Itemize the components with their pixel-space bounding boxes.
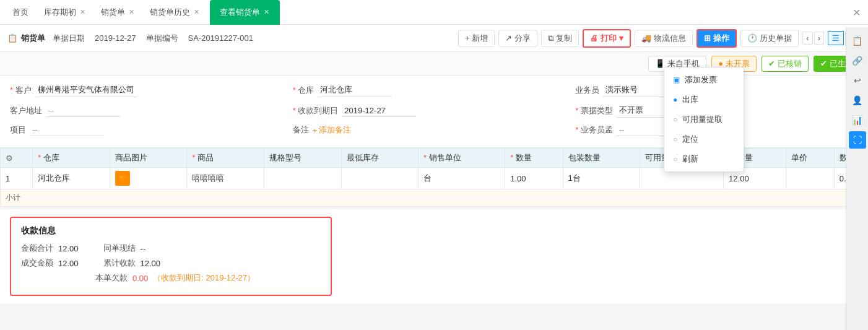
transaction-item: 成交金额 12.00 — [21, 258, 79, 269]
main-toolbar: 📋 销货单 单据日期 2019-12-27 单据编号 SA-20191227-0… — [0, 25, 868, 52]
add-remark-button[interactable]: + 添加备注 — [313, 124, 352, 136]
pack-qty-col-header: 包装数量 — [563, 149, 640, 168]
same-order-item: 同单现结 -- — [103, 243, 146, 254]
receipt-title: 收款信息 — [21, 225, 321, 237]
due-date-value[interactable]: 2019-12-27 — [342, 105, 416, 117]
number-value: SA-20191227-001 — [188, 33, 254, 43]
plus-icon: + — [313, 126, 318, 135]
project-field: 项目 -- — [10, 124, 293, 136]
overdue-value: 0.00 — [132, 274, 148, 283]
logistics-button[interactable]: 🚚 物流信息 — [635, 30, 693, 47]
share-icon: ↗ — [505, 33, 512, 43]
copy-button[interactable]: ⧉ 复制 — [541, 30, 579, 47]
row-spec-cell[interactable] — [264, 168, 341, 189]
sidebar-expand-icon[interactable]: ⛶ — [849, 131, 866, 149]
transaction-value: 12.00 — [58, 259, 79, 268]
circle-outline-icon: ○ — [673, 115, 677, 124]
next-button[interactable]: › — [814, 32, 824, 45]
unit-price-col-header: 单价 — [786, 149, 835, 168]
toolbar-left: 📋 销货单 单据日期 2019-12-27 单据编号 SA-20191227-0… — [7, 33, 454, 44]
refresh-item[interactable]: ○ 刷新 — [664, 149, 744, 169]
address-value[interactable]: -- — [46, 105, 120, 117]
check2-icon: ✔ — [820, 59, 827, 68]
list-view-button[interactable]: ☰ — [828, 31, 844, 45]
history-icon: 🕐 — [747, 33, 757, 43]
tab-home[interactable]: 首页 — [5, 0, 37, 25]
product-image: 🟠 — [115, 171, 130, 186]
close-icon[interactable]: ✕ — [80, 8, 85, 16]
close-icon[interactable]: ✕ — [264, 8, 269, 16]
product-col-header: 商品 — [187, 149, 264, 168]
sidebar-doc-icon[interactable]: 📋 — [849, 32, 866, 50]
ticket-type-label: 票据类型 — [575, 105, 613, 116]
sidebar-return-icon[interactable]: ↩ — [849, 72, 866, 89]
row-num-cell: 1 — [1, 168, 33, 189]
tab-sales-history[interactable]: 销货单历史 ✕ — [142, 0, 207, 25]
cumulative-label: 累计收款 — [103, 258, 136, 269]
copy-icon: ⧉ — [548, 33, 553, 43]
share-button[interactable]: ↗ 分享 — [498, 30, 537, 47]
circle-outline-icon3: ○ — [673, 155, 677, 163]
grid-icon: ⊞ — [704, 33, 711, 43]
customer-label: 客户 — [10, 85, 32, 96]
row-product-cell[interactable]: 嘻嘻嘻嘻 — [187, 168, 264, 189]
product-img-col-header: 商品图片 — [110, 149, 187, 168]
warehouse-col-header: 仓库 — [33, 149, 110, 168]
warehouse-label: 仓库 — [293, 85, 315, 96]
spec-col-header: 规格型号 — [264, 149, 341, 168]
sales-unit-col-header: 销售单位 — [419, 149, 505, 168]
bottom-area: 收款信息 金额合计 12.00 同单现结 -- 成交金额 12.00 累计收款 … — [0, 209, 868, 303]
locate-item[interactable]: ○ 定位 — [664, 129, 744, 149]
tab-inventory-init[interactable]: 库存期初 ✕ — [37, 0, 93, 25]
close-icon[interactable]: ✕ — [129, 8, 134, 16]
customer-value[interactable]: 柳州粤港平安气体有限公司 — [35, 83, 137, 97]
remark-field: 备注 + 添加备注 — [293, 124, 576, 136]
sidebar-user-icon[interactable]: 👤 — [849, 92, 866, 109]
new-button[interactable]: + 新增 — [458, 30, 495, 47]
print-button[interactable]: 🖨 打印 ▾ — [583, 29, 631, 48]
address-label: 客户地址 — [10, 105, 42, 116]
overdue-label: 本单欠款 — [95, 272, 128, 284]
tab-view-sales[interactable]: 查看销货单 ✕ — [210, 0, 280, 25]
row-sales-unit-cell[interactable]: 台 — [419, 168, 505, 189]
total-label: 金额合计 — [21, 243, 53, 254]
check-icon: ✔ — [768, 59, 775, 68]
sidebar-chart-icon[interactable]: 📊 — [849, 111, 866, 129]
ops-button[interactable]: ⊞ 操作 — [697, 29, 737, 48]
available-pickup-item[interactable]: ○ 可用量提取 — [664, 110, 744, 129]
confirmed-button[interactable]: ✔ 已核销 — [762, 56, 809, 72]
settings-col-header[interactable]: ⚙ — [1, 149, 33, 168]
same-order-value: -- — [141, 244, 146, 253]
doc-type-label: 销货单 — [21, 33, 45, 44]
close-icon[interactable]: ✕ — [194, 8, 199, 16]
row-min-stock-cell[interactable] — [341, 168, 419, 189]
add-invoice-item[interactable]: ▣ 添加发票 — [664, 70, 744, 90]
row-pack-qty-cell[interactable]: 1台 — [563, 168, 640, 189]
cumulative-value: 12.00 — [141, 259, 161, 268]
row-product-img-cell: 🟠 — [110, 168, 187, 189]
doc-meta: 单据日期 2019-12-27 单据编号 SA-20191227-001 — [53, 33, 253, 44]
number-label: 单据编号 — [146, 33, 178, 44]
prev-button[interactable]: ‹ — [802, 32, 812, 45]
circle-blue-icon: ● — [673, 95, 677, 104]
project-value[interactable]: -- — [30, 124, 104, 136]
customer-field: 客户 柳州粤港平安气体有限公司 — [10, 83, 293, 97]
history-button[interactable]: 🕐 历史单据 — [740, 30, 799, 47]
due-note: （收款到期日: 2019-12-27） — [153, 272, 255, 284]
row-warehouse-cell[interactable]: 河北仓库 — [33, 168, 110, 189]
outbound-item[interactable]: ● 出库 — [664, 90, 744, 110]
row-quantity-cell[interactable]: 1.00 — [505, 168, 563, 189]
window-close-button[interactable]: ✕ — [853, 6, 861, 18]
salesperson-label: 业务员孟 — [575, 124, 613, 136]
nav-arrows: ‹ › — [802, 32, 824, 45]
tab-sales-order[interactable]: 销货单 ✕ — [93, 0, 142, 25]
right-sidebar: 📋 🔗 ↩ 👤 📊 ⛶ — [846, 27, 868, 303]
receipt-row-1: 金额合计 12.00 同单现结 -- — [21, 243, 321, 254]
warehouse-value[interactable]: 河北仓库 — [318, 83, 392, 97]
min-stock-col-header: 最低库存 — [341, 149, 419, 168]
row-unit-price-cell[interactable] — [786, 168, 835, 189]
sidebar-link-icon[interactable]: 🔗 — [849, 52, 866, 69]
due-date-label: 收款到期日 — [293, 105, 339, 116]
ops-dropdown: ▣ 添加发票 ● 出库 ○ 可用量提取 ○ 定位 ○ 刷新 — [664, 67, 744, 172]
remark-label: 备注 — [293, 124, 309, 136]
